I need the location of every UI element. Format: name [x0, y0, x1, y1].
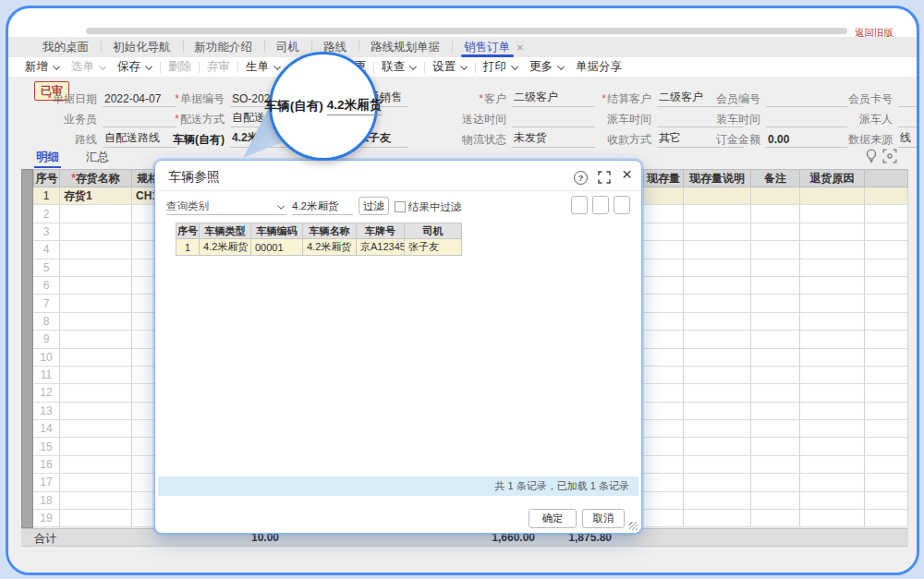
cell[interactable] [684, 349, 751, 367]
cell[interactable] [751, 295, 800, 312]
table-row[interactable] [643, 205, 908, 223]
toolbar-item[interactable]: 删除 [163, 59, 197, 75]
toolbar-item[interactable]: 更多 [524, 59, 570, 75]
table-row[interactable] [643, 367, 908, 384]
toolbar-item[interactable]: 打印 [478, 59, 524, 75]
table-row[interactable] [643, 313, 908, 331]
cell[interactable] [800, 187, 865, 205]
lightbulb-icon[interactable] [864, 149, 879, 163]
field-value[interactable] [898, 126, 919, 127]
table-row[interactable] [643, 384, 908, 402]
cell[interactable] [800, 277, 865, 295]
query-category-select[interactable]: 查询类别 [166, 198, 286, 215]
cell[interactable] [800, 510, 865, 527]
toolbar-item[interactable]: 弃审 [201, 59, 236, 75]
ok-button[interactable]: 确定 [529, 509, 577, 528]
tab-close-icon[interactable] [510, 41, 524, 54]
cell[interactable] [643, 438, 684, 455]
inventory-name-cell[interactable] [60, 384, 132, 402]
cell[interactable] [865, 438, 908, 455]
table-row[interactable] [643, 456, 908, 474]
cell[interactable] [751, 420, 800, 438]
table-row[interactable] [643, 403, 908, 420]
cell[interactable] [865, 331, 908, 348]
cell[interactable] [684, 384, 751, 402]
field-value[interactable] [512, 126, 595, 127]
table-row[interactable] [643, 277, 908, 295]
cell[interactable] [751, 223, 800, 241]
cell[interactable] [684, 313, 751, 331]
table-row[interactable]: 1 4.2米厢货 00001 4.2米厢货 京A12345 张子友 [176, 239, 462, 256]
tab-summary[interactable]: 汇总 [86, 150, 109, 166]
cell[interactable] [751, 187, 800, 205]
locate-icon[interactable] [882, 149, 897, 163]
cell[interactable] [865, 223, 908, 241]
field-value[interactable]: 二级客户 [512, 90, 595, 107]
inventory-name-cell[interactable] [60, 510, 132, 527]
cell[interactable] [800, 241, 865, 259]
cell[interactable] [865, 420, 908, 438]
cell[interactable] [800, 384, 865, 402]
cell[interactable] [751, 384, 800, 402]
inventory-name-cell[interactable] [60, 456, 132, 474]
inventory-name-cell[interactable] [60, 205, 132, 223]
resize-handle[interactable] [629, 522, 638, 530]
cell[interactable] [800, 420, 865, 438]
cell[interactable] [751, 349, 800, 367]
cell[interactable] [800, 474, 865, 491]
inventory-name-cell[interactable] [60, 259, 132, 277]
cell[interactable] [751, 510, 800, 527]
table-row[interactable] [643, 331, 908, 348]
cell[interactable] [684, 474, 751, 491]
cell[interactable] [684, 492, 751, 510]
cell[interactable] [643, 420, 684, 438]
toolbar-item[interactable]: 设置 [427, 59, 473, 75]
cell[interactable] [643, 295, 684, 312]
table-row[interactable] [643, 420, 908, 438]
cell[interactable] [751, 277, 800, 295]
cell[interactable] [643, 349, 684, 367]
cell[interactable] [684, 205, 751, 223]
cell[interactable] [865, 474, 908, 491]
cell[interactable] [800, 313, 865, 331]
cell[interactable] [800, 223, 865, 241]
table-row[interactable] [643, 223, 908, 241]
table-row[interactable] [643, 492, 908, 510]
cell[interactable] [751, 403, 800, 420]
inventory-name-cell[interactable] [60, 420, 132, 438]
cell[interactable] [643, 456, 684, 474]
tab[interactable]: 我的桌面 [30, 37, 101, 57]
cell[interactable] [751, 205, 800, 223]
cell[interactable] [643, 367, 684, 384]
cell[interactable] [865, 259, 908, 277]
inventory-name-cell[interactable] [60, 331, 132, 348]
table-row[interactable] [643, 259, 908, 277]
toolbar-item[interactable]: 选单 [66, 59, 112, 75]
table-row[interactable] [643, 295, 908, 312]
cell[interactable] [684, 438, 751, 455]
keyword-input[interactable]: 4.2米厢货 [292, 198, 353, 215]
inventory-name-cell[interactable] [60, 492, 132, 510]
cell[interactable] [684, 277, 751, 295]
cell[interactable] [684, 241, 751, 259]
cell[interactable] [643, 384, 684, 402]
cell[interactable] [800, 456, 865, 474]
toolbar-item[interactable]: 新增 [19, 59, 66, 75]
action-button[interactable] [614, 196, 630, 214]
tab[interactable]: 路线规划单据 [359, 37, 452, 57]
tab[interactable]: 销售订单 [452, 37, 536, 57]
cell[interactable] [865, 349, 908, 367]
cell[interactable] [643, 403, 684, 420]
inventory-name-cell[interactable] [60, 277, 132, 295]
cell[interactable] [643, 492, 684, 510]
cell[interactable] [684, 259, 751, 277]
cell[interactable] [865, 510, 908, 527]
cell[interactable] [684, 420, 751, 438]
inventory-name-cell[interactable] [60, 474, 132, 491]
table-row[interactable] [643, 349, 908, 367]
field-value[interactable]: 未发货 [512, 130, 595, 148]
cell[interactable] [684, 403, 751, 420]
cell[interactable] [800, 259, 865, 277]
cell[interactable] [800, 205, 865, 223]
filter-in-results-checkbox[interactable] [395, 201, 406, 212]
